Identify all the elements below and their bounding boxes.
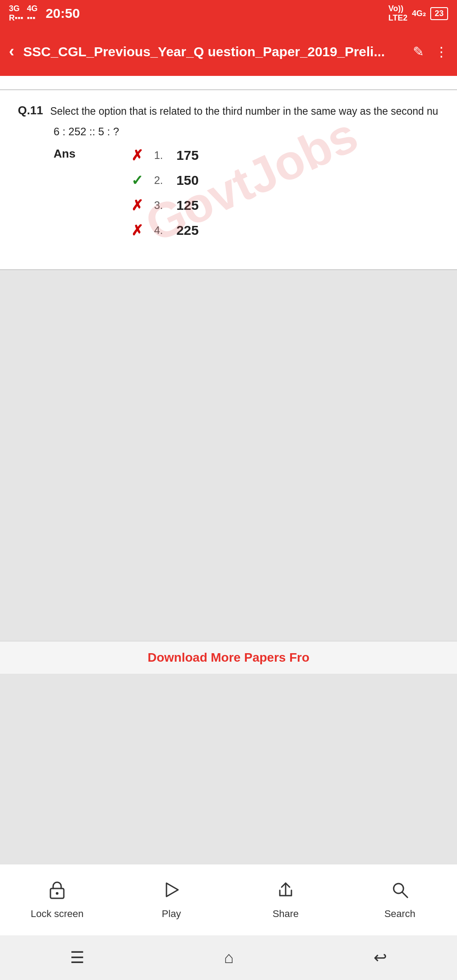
- play-label: Play: [162, 908, 181, 920]
- question-row: Q.11 Select the option that is related t…: [18, 104, 439, 119]
- question-text: Select the option that is related to the…: [50, 104, 438, 119]
- volte-label: Vo))LTE2: [388, 4, 407, 23]
- download-link[interactable]: Download More Papers Fro: [148, 651, 310, 664]
- search-nav-item[interactable]: Search: [373, 880, 427, 920]
- svg-point-1: [56, 892, 58, 895]
- svg-line-5: [402, 892, 407, 897]
- battery-level: 23: [430, 7, 448, 20]
- home-button[interactable]: ⌂: [224, 948, 234, 967]
- lock-screen-label: Lock screen: [31, 908, 84, 920]
- status-right: Vo))LTE2 4G₂ 23: [388, 4, 448, 23]
- share-nav-item[interactable]: Share: [259, 880, 312, 920]
- status-left: 3GR▪▪▪ 4G▪▪▪ 20:50: [9, 4, 80, 23]
- question-number: Q.11: [18, 104, 43, 119]
- search-label: Search: [384, 908, 415, 920]
- edit-icon[interactable]: ✎: [413, 44, 424, 59]
- question-sub-text: 6 : 252 :: 5 : ?: [54, 125, 439, 138]
- option-item: ✗ 3. 125: [129, 197, 199, 214]
- bottom-nav: Lock screen Play Share Search: [0, 864, 457, 935]
- back-button[interactable]: ‹: [9, 42, 14, 61]
- back-nav-button[interactable]: ↩: [374, 948, 387, 967]
- option-item: ✗ 1. 175: [129, 147, 199, 164]
- option-num-4: 4.: [154, 224, 167, 237]
- more-options-icon[interactable]: ⋮: [435, 44, 448, 59]
- question-block: Q.11 Select the option that is related t…: [18, 104, 439, 247]
- correct-icon-2: ✓: [129, 172, 145, 189]
- app-title: SSC_CGL_Previous_Year_Q uestion_Paper_20…: [23, 43, 404, 60]
- search-icon: [391, 880, 409, 904]
- network-signal: 3GR▪▪▪: [9, 4, 23, 23]
- content-area: GovtJobs Q.11 Select the option that is …: [0, 89, 457, 877]
- page-content: GovtJobs Q.11 Select the option that is …: [0, 89, 457, 270]
- app-bar: ‹ SSC_CGL_Previous_Year_Q uestion_Paper_…: [0, 27, 457, 76]
- lock-screen-nav-item[interactable]: Lock screen: [30, 880, 84, 920]
- wrong-icon-1: ✗: [129, 147, 145, 164]
- option-num-2: 2.: [154, 174, 167, 187]
- option-num-1: 1.: [154, 149, 167, 162]
- menu-button[interactable]: ☰: [70, 948, 84, 967]
- play-icon: [162, 880, 181, 904]
- play-nav-item[interactable]: Play: [145, 880, 198, 920]
- wrong-icon-3: ✗: [129, 197, 145, 214]
- lte-label: 4G₂: [412, 8, 426, 18]
- app-bar-icons: ✎ ⋮: [413, 44, 448, 59]
- option-val-2: 150: [176, 173, 199, 188]
- download-text-area: Download More Papers Fro: [0, 641, 457, 674]
- answer-label: Ans: [54, 147, 75, 242]
- options-list: ✗ 1. 175 ✓ 2. 150 ✗ 3. 125: [129, 147, 199, 247]
- gray-space: [0, 284, 457, 641]
- status-time: 20:50: [46, 6, 80, 21]
- option-item: ✗ 4. 225: [129, 222, 199, 239]
- option-val-3: 125: [176, 198, 199, 213]
- network-signal-2: 4G▪▪▪: [27, 4, 37, 23]
- status-bar: 3GR▪▪▪ 4G▪▪▪ 20:50 Vo))LTE2 4G₂ 23: [0, 0, 457, 27]
- share-icon: [276, 880, 295, 904]
- system-nav: ☰ ⌂ ↩: [0, 935, 457, 980]
- option-item: ✓ 2. 150: [129, 172, 199, 189]
- option-val-1: 175: [176, 148, 199, 163]
- option-num-3: 3.: [154, 199, 167, 212]
- lock-screen-icon: [48, 880, 66, 904]
- option-val-4: 225: [176, 223, 199, 238]
- share-label: Share: [273, 908, 299, 920]
- wrong-icon-4: ✗: [129, 222, 145, 239]
- svg-marker-2: [166, 883, 178, 897]
